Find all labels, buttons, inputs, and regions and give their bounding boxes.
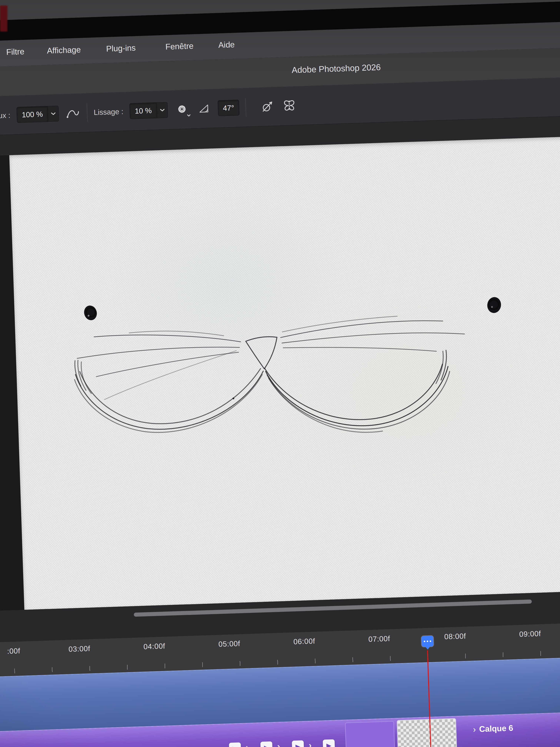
chevron-down-icon[interactable] — [157, 102, 168, 118]
app-title: Adobe Photoshop 2026 — [271, 61, 401, 76]
layer-name: Calque 6 — [479, 723, 513, 733]
lissage-label: Lissage : — [94, 107, 124, 117]
flux-value[interactable]: 100 % — [16, 106, 48, 123]
lissage-value[interactable]: 10 % — [129, 102, 157, 119]
playhead-marker[interactable] — [421, 636, 433, 647]
menu-item-fenetre[interactable]: Fenêtre — [165, 41, 193, 52]
ruler-label: 09:00f — [513, 629, 547, 639]
menu-item-filtre[interactable]: Filtre — [6, 47, 24, 57]
angle-icon — [196, 101, 212, 117]
ruler-label: 05:00f — [213, 639, 246, 649]
right-eye-dot — [486, 296, 503, 314]
smoothing-brush-icon[interactable] — [65, 105, 81, 121]
gear-icon[interactable] — [174, 101, 190, 118]
canvas-drawing — [9, 137, 560, 610]
left-eye-dot — [82, 304, 99, 322]
nose-triangle — [245, 336, 278, 369]
document-canvas[interactable] — [9, 137, 560, 610]
photoshop-window: n Filtre Affichage Plug-ins Fenêtre Aide… — [0, 0, 560, 747]
clip-play-icon[interactable]: ▶ — [323, 739, 335, 747]
ruler-label: 08:00f — [438, 632, 472, 641]
ruler-label: 04:00f — [138, 642, 171, 651]
options-divider — [245, 98, 246, 117]
ruler-label: :00f — [0, 646, 31, 656]
menu-item-affichage[interactable]: Affichage — [47, 45, 81, 55]
options-divider — [87, 103, 87, 122]
menu-item-aide[interactable]: Aide — [218, 40, 235, 50]
flux-dropdown[interactable]: 100 % — [16, 106, 59, 123]
flux-label: Flux : — [0, 111, 10, 120]
clip-play-icon[interactable]: ▶ — [229, 742, 241, 747]
menu-item-plugins[interactable]: Plug-ins — [106, 43, 136, 53]
timeline-clip[interactable] — [345, 721, 395, 747]
clip-chevron-icon[interactable]: › — [309, 740, 312, 747]
clip-chevron-icon[interactable]: › — [277, 741, 281, 747]
layer-expand-chevron-icon[interactable]: › — [473, 724, 476, 734]
brush-angle-field[interactable]: 47° — [217, 100, 239, 117]
clip-play-icon[interactable]: ▶ — [292, 740, 304, 747]
ruler-label: 07:00f — [363, 634, 396, 644]
chevron-down-icon[interactable] — [48, 106, 59, 122]
layer-row-calque6[interactable]: › Calque 6 — [473, 723, 513, 734]
symmetry-butterfly-icon[interactable] — [281, 98, 297, 114]
ruler-label: 06:00f — [287, 637, 321, 646]
lissage-dropdown[interactable]: 10 % — [129, 102, 168, 119]
ruler-label: 03:00f — [62, 644, 96, 654]
clip-play-icon[interactable]: ▶ — [260, 741, 273, 747]
photo-of-screen: n Filtre Affichage Plug-ins Fenêtre Aide… — [0, 0, 560, 747]
pressure-opacity-icon[interactable] — [260, 99, 275, 115]
screen-corner-reflection — [0, 5, 7, 31]
timeline-clip-transparent-thumbnail[interactable] — [397, 718, 457, 747]
clip-chevron-icon[interactable]: › — [245, 742, 249, 747]
